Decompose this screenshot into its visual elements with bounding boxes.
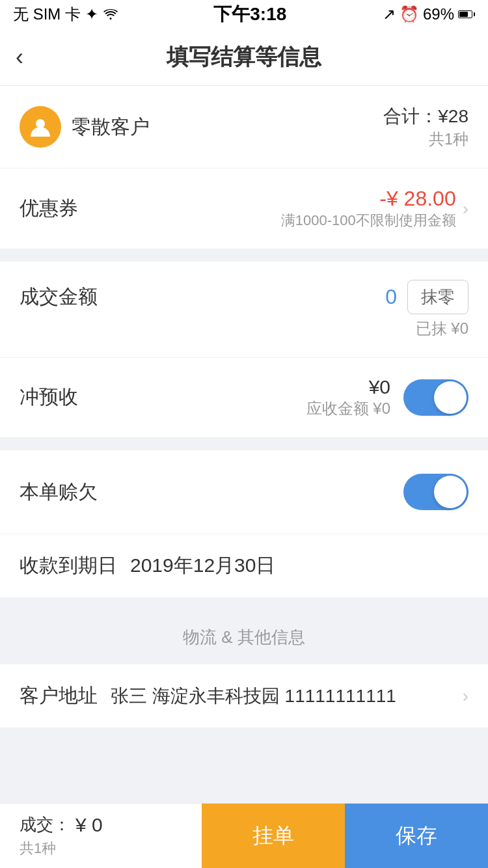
bottom-deal-row: 成交： ¥ 0 <box>20 813 182 836</box>
bottom-summary: 成交： ¥ 0 共1种 <box>0 813 202 858</box>
prepayment-receivable: 应收金额 ¥0 <box>306 398 390 419</box>
address-value: 张三 海淀永丰科技园 11111111111 <box>111 684 463 709</box>
save-button[interactable]: 保存 <box>345 804 488 869</box>
pending-button[interactable]: 挂单 <box>202 804 345 869</box>
status-bar: 无 SIM 卡 ✦ 下午3:18 ↗ ⏰ 69% <box>0 0 488 29</box>
svg-point-0 <box>36 119 45 128</box>
customer-avatar <box>20 106 61 148</box>
amount-deducted: 已抹 ¥0 <box>416 318 468 339</box>
due-date-row: 收款到期日 2019年12月30日 <box>0 534 488 597</box>
transaction-section: 成交金额 0 抹零 已抹 ¥0 冲预收 ¥0 应收金额 ¥0 <box>0 262 488 437</box>
customer-count: 共1种 <box>383 129 468 150</box>
coupon-right: -¥ 28.00 满1000-100不限制使用金额 › <box>281 187 468 230</box>
coupon-chevron-icon: › <box>463 198 468 219</box>
customer-name: 零散客户 <box>72 114 150 141</box>
customer-row: 零散客户 合计：¥28 共1种 <box>0 86 488 168</box>
debt-section: 本单赊欠 收款到期日 2019年12月30日 <box>0 450 488 597</box>
coupon-info: -¥ 28.00 满1000-100不限制使用金额 <box>281 187 456 230</box>
address-label: 客户地址 <box>20 683 98 709</box>
battery-percentage: 69% <box>423 5 454 23</box>
nav-bar: ‹ 填写结算等信息 <box>0 29 488 86</box>
coupon-label: 优惠券 <box>20 195 78 222</box>
customer-left: 零散客户 <box>20 106 150 148</box>
due-date-value: 2019年12月30日 <box>130 552 275 579</box>
sim-status: 无 SIM 卡 ✦ <box>13 4 98 25</box>
due-date-label: 收款到期日 <box>20 552 117 579</box>
prepayment-label: 冲预收 <box>20 376 78 411</box>
logistics-label: 物流 & 其他信息 <box>183 627 305 647</box>
address-row[interactable]: 客户地址 张三 海淀永丰科技园 11111111111 › <box>0 664 488 727</box>
prepayment-info: ¥0 应收金额 ¥0 <box>306 376 390 419</box>
gap-3 <box>0 597 488 610</box>
alarm-icon: ⏰ <box>400 5 419 23</box>
wifi-icon <box>103 5 118 23</box>
battery-icon <box>458 10 475 18</box>
coupon-row[interactable]: 优惠券 -¥ 28.00 满1000-100不限制使用金额 › <box>0 168 488 249</box>
prepayment-row: 冲预收 ¥0 应收金额 ¥0 <box>0 357 488 437</box>
customer-total: 合计：¥28 <box>383 104 468 129</box>
page-title: 填写结算等信息 <box>167 42 321 72</box>
debt-toggle-knob <box>434 476 467 508</box>
amount-right: 0 抹零 已抹 ¥0 <box>385 280 468 339</box>
status-right: ↗ ⏰ 69% <box>383 5 475 23</box>
customer-right: 合计：¥28 共1种 <box>383 104 468 150</box>
prepayment-toggle[interactable] <box>403 379 468 416</box>
debt-toggle[interactable] <box>403 474 468 510</box>
coupon-desc: 满1000-100不限制使用金额 <box>281 211 456 230</box>
amount-row: 成交金额 0 抹零 已抹 ¥0 <box>0 262 488 357</box>
round-zero-button[interactable]: 抹零 <box>407 280 468 314</box>
status-time: 下午3:18 <box>213 2 286 27</box>
toggle-knob <box>434 381 467 414</box>
address-section: 客户地址 张三 海淀永丰科技园 11111111111 › <box>0 664 488 727</box>
debt-row: 本单赊欠 <box>0 450 488 534</box>
status-left: 无 SIM 卡 ✦ <box>13 4 118 25</box>
bottom-deal-amount: ¥ 0 <box>75 814 103 836</box>
debt-label: 本单赊欠 <box>20 479 98 506</box>
coupon-amount: -¥ 28.00 <box>281 187 456 211</box>
address-chevron-icon: › <box>463 686 468 707</box>
prepayment-right: ¥0 应收金额 ¥0 <box>306 376 468 419</box>
customer-section: 零散客户 合计：¥28 共1种 优惠券 -¥ 28.00 满1000-100不限… <box>0 86 488 249</box>
bottom-deal-label: 成交： <box>20 813 70 836</box>
amount-label: 成交金额 <box>20 280 98 310</box>
amount-top: 0 抹零 <box>385 280 468 314</box>
amount-value: 0 <box>385 285 397 309</box>
location-icon: ↗ <box>383 5 396 23</box>
prepayment-amount: ¥0 <box>306 376 390 398</box>
bottom-count: 共1种 <box>20 839 182 858</box>
gap-2 <box>0 437 488 450</box>
back-button[interactable]: ‹ <box>16 44 23 71</box>
bottom-bar: 成交： ¥ 0 共1种 挂单 保存 <box>0 803 488 868</box>
logistics-section-header: 物流 & 其他信息 <box>0 610 488 664</box>
gap-1 <box>0 249 488 262</box>
